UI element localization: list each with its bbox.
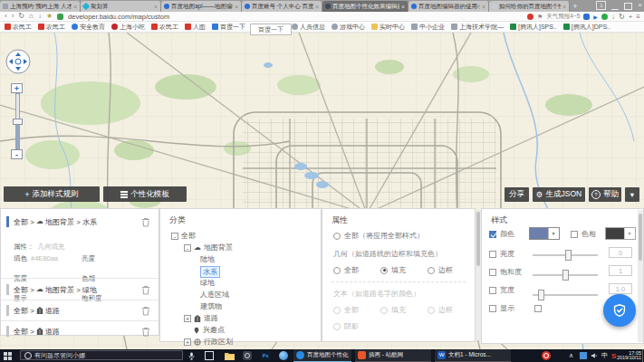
download-manager-icon[interactable]: ↓ [38,12,42,21]
slider-thumb[interactable] [562,270,569,281]
scrollbar-thumb[interactable] [476,212,480,266]
network-tray-icon[interactable] [580,349,587,362]
color-swatch-dropdown[interactable]: ▾ [529,227,560,240]
checkbox-width[interactable] [489,287,496,294]
tree-item-admin[interactable]: + 行政区划 [184,337,233,347]
task-zcool[interactable]: 插画 - 站酷网 [355,349,431,362]
width-slider[interactable] [533,294,598,296]
bookmark-item[interactable]: 农民工 [38,23,65,32]
tab-close-icon[interactable]: × [315,4,319,10]
pinned-app-button[interactable] [243,349,252,362]
tree-item-all[interactable]: - 全部 [171,231,196,241]
menu-icon[interactable]: ≡ [636,13,640,22]
baidu-search-hint[interactable]: 百度一下 [250,24,292,35]
tab-close-icon[interactable]: × [73,4,77,10]
notes-extension-icon[interactable] [583,14,590,20]
tab-close-icon[interactable]: × [235,4,238,10]
task-baidu-map-editor[interactable]: 百度地图个性化·Hi... [293,349,351,362]
bookmark-item[interactable]: 实时中心 [371,23,405,32]
zoom-out-button[interactable]: - [11,149,23,159]
tab-close-icon[interactable]: × [562,4,566,10]
tab-close-icon[interactable]: × [401,4,405,10]
brightness-value[interactable]: 0 [609,247,632,258]
bookmark-item[interactable]: 百度一下 [212,23,245,32]
radio-txt-fill[interactable] [380,307,388,314]
new-tab-button[interactable]: + [570,2,581,12]
expand-icon[interactable]: + [184,338,191,346]
generate-json-button[interactable]: ⚙ 生成JSON [533,187,585,202]
taskbar-clock[interactable]: 17:05 2019/10/11 [620,349,641,362]
bookmark-item[interactable]: 中小企业 [411,23,445,32]
tab-count-box[interactable]: 1 [596,1,606,10]
cortana-search-box[interactable]: 有问题尽管问小娜 [20,350,183,360]
help-button[interactable]: ? 帮助 [589,187,621,202]
tree-item-green[interactable]: 绿地 [200,278,215,288]
radio-txt-stroke[interactable] [428,307,435,314]
close-icon[interactable]: × [638,1,642,10]
rule-item-green[interactable]: 全部 > ☁ 地图背景 > 绿地 [1,280,159,300]
pinned-music-app-button[interactable] [542,349,551,362]
checkbox-saturation[interactable] [489,269,496,276]
bookmark-item[interactable]: 上海技术学院— [451,23,504,32]
collapse-icon[interactable]: - [171,233,178,240]
url-text[interactable]: developer.baidu.com/map/custom [68,13,169,21]
maximize-icon[interactable] [624,3,632,10]
checkbox-brightness[interactable] [489,251,496,258]
delete-rule-icon[interactable] [141,217,150,227]
brightness-slider[interactable] [533,254,598,256]
tree-item-building[interactable]: 建筑物 [200,301,222,311]
zoom-slider-handle[interactable] [13,119,23,125]
saturation-value[interactable]: 1 [609,265,632,276]
tab-close-icon[interactable]: × [154,4,158,10]
checkbox-hue[interactable] [571,231,578,238]
extension-weather-text[interactable]: 天气预报4~5 [546,13,580,21]
ime-indicator[interactable]: 中 [601,349,608,362]
download-icon[interactable]: ↓ [611,13,615,22]
saturation-slider[interactable] [533,274,598,276]
bookmark-item[interactable]: 人员信息 [292,23,325,32]
bookmark-item[interactable]: 人图 [185,23,206,32]
refresh-icon[interactable]: ↻ [18,12,24,21]
bookmark-item[interactable]: [腾讯人]DPS.. [563,23,610,32]
file-explorer-button[interactable] [225,349,235,362]
bookmark-item[interactable]: 农民工 [5,23,32,32]
tab-4[interactable]: 百度账号 个人中心 百度安全× [242,1,322,12]
radio-all[interactable] [333,233,341,240]
bookmark-item[interactable]: [腾讯人]SPS.. [510,23,557,32]
tree-item-poi[interactable]: 兴趣点 [193,325,225,335]
bookmark-item[interactable]: 农民工 [151,23,178,32]
page-scrollbar[interactable] [638,210,643,342]
tab-close-icon[interactable]: × [482,4,485,10]
share-button[interactable]: 分享 [505,187,529,202]
task-view-button[interactable] [205,349,214,362]
task-word-document[interactable]: W 文档1 - Micros... [435,349,511,362]
zoom-in-button[interactable]: + [11,83,23,93]
adblock-icon[interactable] [527,14,533,20]
start-button[interactable] [4,349,12,362]
map-pan-control[interactable] [5,49,31,74]
flag-icon[interactable]: ⚑ [537,14,543,21]
slider-thumb[interactable] [565,250,572,261]
slider-thumb[interactable] [538,290,544,300]
rule-item-road-1[interactable]: 全部 > 道路 [1,300,159,320]
tree-item-map-background[interactable]: - ☁ 地图背景 [184,243,233,252]
tree-item-road[interactable]: + 道路 [184,313,218,323]
rule-item-water[interactable]: 全部 > ☁ 地图背景 > 水系 [1,212,159,232]
photoshop-button[interactable]: Ps [261,349,270,362]
tab-2[interactable]: 聚划算× [81,1,161,12]
bookmark-item[interactable]: 安全教育 [72,23,105,32]
mic-button[interactable] [188,349,195,362]
hue-swatch-dropdown[interactable]: ▾ [605,227,636,240]
checkbox-color-checked[interactable] [489,231,496,238]
radio-txt-all[interactable] [333,307,341,314]
width-value[interactable]: 1.0 [609,283,632,294]
radio-geo-stroke[interactable] [428,267,435,274]
collapse-panel-button[interactable]: ▾ [625,187,639,202]
rule-item-road-2[interactable]: 全部 > 道路 [1,321,159,341]
home-icon[interactable]: ⌂ [29,12,34,21]
tab-1[interactable]: 上海预约·预约上海 人才服务× [0,1,81,12]
tree-item-land[interactable]: 陆地 [200,254,215,264]
delete-rule-icon[interactable] [141,306,150,316]
back-icon[interactable]: ‹ [5,12,7,21]
refresh2-icon[interactable]: ↻ [619,13,625,22]
